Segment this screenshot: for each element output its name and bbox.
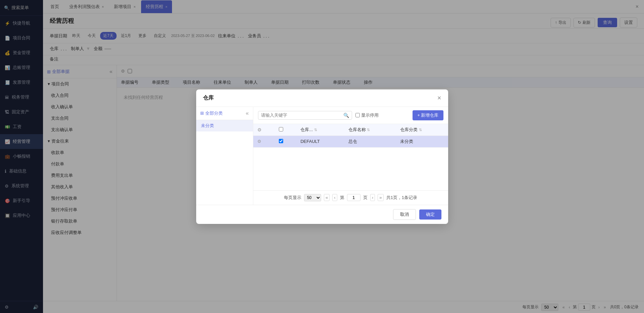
pag-per-page-select[interactable]: 50 10 20 100 bbox=[304, 194, 321, 201]
show-disabled-input[interactable] bbox=[355, 113, 360, 117]
modal-pagination: 每页显示 50 10 20 100 « ‹ 第 页 › » 共1页，1条记录 bbox=[253, 190, 448, 205]
pag-per-page-label: 每页显示 bbox=[284, 195, 301, 201]
modal-header: 仓库 × bbox=[196, 89, 448, 107]
category-item-unclassified[interactable]: 未分类 bbox=[196, 120, 253, 131]
warehouse-search-input[interactable] bbox=[261, 113, 343, 118]
category-title: ⊞ 全部分类 bbox=[200, 110, 223, 116]
cancel-button[interactable]: 取消 bbox=[393, 209, 416, 220]
sort-icon-name: ⇅ bbox=[367, 128, 370, 132]
pag-page-label: 第 bbox=[340, 195, 344, 201]
modal-table-scroll: ⚙ 仓库... ⇅ 仓库名称 ⇅ 仓库分类 bbox=[253, 124, 448, 190]
row-checkbox[interactable] bbox=[279, 139, 283, 143]
col-warehouse-category: 仓库分类 bbox=[400, 127, 418, 132]
pag-last-button[interactable]: » bbox=[378, 194, 383, 201]
show-disabled-checkbox[interactable]: 显示停用 bbox=[355, 112, 379, 118]
search-input-wrap: 🔍 bbox=[258, 111, 352, 120]
category-header: ⊞ 全部分类 « bbox=[196, 107, 253, 120]
category-panel: ⊞ 全部分类 « 未分类 bbox=[196, 107, 253, 205]
add-warehouse-button[interactable]: + 新增仓库 bbox=[413, 110, 443, 120]
row-category: 未分类 bbox=[396, 135, 448, 147]
modal-title: 仓库 bbox=[203, 94, 214, 102]
table-row[interactable]: ⚙ DEFAULT 总仓 未分类 bbox=[253, 135, 448, 147]
modal-body: ⊞ 全部分类 « 未分类 🔍 显示停用 + 新增仓库 bbox=[196, 107, 448, 205]
pag-prev-button[interactable]: ‹ bbox=[332, 194, 337, 201]
confirm-button[interactable]: 确定 bbox=[419, 209, 441, 220]
row-settings-icon[interactable]: ⚙ bbox=[257, 139, 261, 144]
col-warehouse-code: 仓库... bbox=[300, 127, 313, 132]
table-select-all-checkbox[interactable] bbox=[279, 127, 283, 131]
col-warehouse-name: 仓库名称 bbox=[348, 127, 366, 132]
modal-close-button[interactable]: × bbox=[437, 94, 441, 102]
pag-page-input[interactable] bbox=[347, 194, 360, 201]
sort-icon: ⇅ bbox=[314, 128, 317, 132]
category-grid-icon: ⊞ bbox=[200, 111, 204, 116]
pag-first-button[interactable]: « bbox=[324, 194, 330, 201]
category-collapse-button[interactable]: « bbox=[246, 110, 249, 116]
table-col-settings-icon[interactable]: ⚙ bbox=[257, 127, 262, 132]
pag-next-button[interactable]: › bbox=[370, 194, 375, 201]
warehouse-table: ⚙ 仓库... ⇅ 仓库名称 ⇅ 仓库分类 bbox=[253, 124, 448, 148]
search-icon: 🔍 bbox=[343, 113, 349, 118]
pag-page-suffix: 页 bbox=[363, 195, 368, 201]
pag-total-label: 共1页，1条记录 bbox=[386, 195, 417, 201]
modal-content-panel: 🔍 显示停用 + 新增仓库 ⚙ 仓库... bbox=[253, 107, 448, 205]
row-code: DEFAULT bbox=[296, 135, 344, 147]
warehouse-modal: 仓库 × ⊞ 全部分类 « 未分类 🔍 bbox=[196, 89, 448, 224]
sort-icon-cat: ⇅ bbox=[419, 128, 422, 132]
row-name: 总仓 bbox=[344, 135, 396, 147]
modal-search-bar: 🔍 显示停用 + 新增仓库 bbox=[253, 107, 448, 124]
modal-footer: 取消 确定 bbox=[196, 205, 448, 224]
